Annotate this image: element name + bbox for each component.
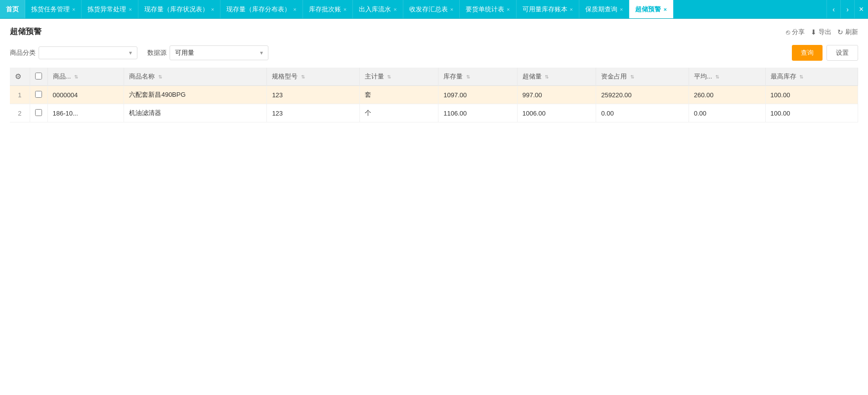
share-icon: ⎋ (786, 28, 790, 36)
th-checkbox[interactable] (30, 68, 47, 86)
nav-next-button[interactable]: › (840, 0, 854, 18)
nav-arrows: ‹ › × (826, 0, 868, 18)
th-capital-label: 资金占用 (601, 73, 627, 80)
row-spec-0: 123 (267, 86, 359, 104)
row-checkbox-cell-0[interactable] (30, 86, 47, 104)
nav-prev-button[interactable]: ‹ (826, 0, 840, 18)
nav-tab-3[interactable]: 现存量（库存分布表） × (220, 0, 303, 18)
nav-tab-2[interactable]: 现存量（库存状况表） × (138, 0, 220, 18)
table-row: 2 186-10... 机油滤清器 123 个 1106.00 1006.00 … (10, 104, 858, 122)
page-header: 超储预警 ⎋ 分享 ⬇ 导出 ↻ 刷新 (10, 27, 858, 37)
nav-tab-label-6: 收发存汇总表 (409, 5, 448, 14)
datasource-filter-group: 数据源 可用量 ▾ (147, 45, 268, 60)
row-product-name-0: 六配套新昌490BPG (124, 86, 267, 104)
gear-icon[interactable]: ⚙ (15, 72, 21, 80)
category-select[interactable]: ▾ (39, 46, 137, 59)
th-product-code[interactable]: 商品... ⇅ (47, 68, 124, 86)
sort-icon-overstock: ⇅ (545, 74, 549, 79)
nav-home[interactable]: 首页 (0, 0, 25, 18)
nav-tab-close-5[interactable]: × (393, 6, 396, 12)
row-stock-1: 1106.00 (438, 104, 518, 122)
nav-tab-close-4[interactable]: × (344, 6, 347, 12)
nav-tab-close-1[interactable]: × (129, 6, 131, 12)
row-product-code-1: 186-10... (47, 104, 124, 122)
row-checkbox-1[interactable] (35, 109, 42, 116)
nav-tab-close-7[interactable]: × (507, 6, 510, 12)
nav-tab-label-3: 现存量（库存分布表） (226, 5, 291, 14)
nav-tab-label-2: 现存量（库存状况表） (144, 5, 209, 14)
table-row: 1 0000004 六配套新昌490BPG 123 套 1097.00 997.… (10, 86, 858, 104)
sort-icon-capital: ⇅ (630, 74, 634, 79)
nav-tab-close-2[interactable]: × (211, 6, 214, 12)
th-capital[interactable]: 资金占用 ⇅ (596, 68, 689, 86)
th-overstock[interactable]: 超储量 ⇅ (517, 68, 596, 86)
nav-tab-1[interactable]: 拣货异常处理 × (82, 0, 138, 18)
th-spec-label: 规格型号 (272, 73, 298, 80)
nav-tab-4[interactable]: 库存批次账 × (303, 0, 353, 18)
row-avg-1: 0.00 (689, 104, 765, 122)
th-avg[interactable]: 平均... ⇅ (689, 68, 765, 86)
refresh-button[interactable]: ↻ 刷新 (837, 28, 858, 37)
nav-tab-close-10[interactable]: × (663, 6, 666, 12)
sort-icon-max-stock: ⇅ (799, 74, 803, 79)
nav-close-all-button[interactable]: × (854, 0, 868, 18)
th-max-stock-label: 最高库存 (771, 73, 796, 80)
nav-tab-label-1: 拣货异常处理 (87, 5, 126, 14)
nav-tab-close-6[interactable]: × (450, 6, 453, 12)
nav-tab-10[interactable]: 超储预警 × (629, 0, 673, 18)
nav-tab-9[interactable]: 保质期查询 × (579, 0, 629, 18)
datasource-filter-label: 数据源 (147, 48, 167, 57)
nav-tab-label-5: 出入库流水 (359, 5, 391, 14)
th-unit[interactable]: 主计量 ⇅ (359, 68, 438, 86)
row-avg-0: 260.00 (689, 86, 765, 104)
th-unit-label: 主计量 (365, 73, 384, 80)
th-product-name[interactable]: 商品名称 ⇅ (124, 68, 267, 86)
row-unit-1: 个 (359, 104, 438, 122)
nav-home-label: 首页 (6, 5, 19, 14)
query-button[interactable]: 查询 (792, 45, 823, 61)
row-product-code-0: 0000004 (47, 86, 124, 104)
nav-tab-label-10: 超储预警 (635, 5, 661, 14)
nav-tab-close-8[interactable]: × (570, 6, 573, 12)
sort-icon-stock: ⇅ (466, 74, 470, 79)
nav-tab-8[interactable]: 可用量库存账本 × (517, 0, 579, 18)
share-button[interactable]: ⎋ 分享 (786, 28, 805, 37)
row-checkbox-0[interactable] (35, 91, 42, 98)
nav-tab-5[interactable]: 出入库流水 × (353, 0, 403, 18)
row-max-stock-1: 100.00 (765, 104, 858, 122)
row-unit-0: 套 (359, 86, 438, 104)
export-button[interactable]: ⬇ 导出 (811, 28, 831, 37)
th-settings[interactable]: ⚙ (10, 68, 30, 86)
select-all-checkbox[interactable] (35, 73, 42, 79)
row-capital-1: 0.00 (596, 104, 689, 122)
nav-tab-close-9[interactable]: × (620, 6, 623, 12)
th-overstock-label: 超储量 (522, 73, 542, 80)
sort-icon-product-code: ⇅ (74, 74, 78, 79)
datasource-select[interactable]: 可用量 ▾ (170, 45, 268, 60)
table-header-row: ⚙ 商品... ⇅ 商品名称 ⇅ 规格型号 ⇅ 主计量 (10, 68, 858, 86)
filter-row: 商品分类 ▾ 数据源 可用量 ▾ 查询 设置 (10, 45, 858, 61)
settings-button[interactable]: 设置 (826, 45, 858, 61)
nav-tab-label-8: 可用量库存账本 (522, 5, 567, 14)
row-checkbox-cell-1[interactable] (30, 104, 47, 122)
th-spec[interactable]: 规格型号 ⇅ (267, 68, 359, 86)
nav-tab-close-3[interactable]: × (293, 6, 296, 12)
nav-tab-close-0[interactable]: × (72, 6, 75, 12)
table-body: 1 0000004 六配套新昌490BPG 123 套 1097.00 997.… (10, 86, 858, 122)
share-label: 分享 (792, 28, 805, 37)
th-avg-label: 平均... (694, 73, 712, 80)
th-stock[interactable]: 库存量 ⇅ (438, 68, 518, 86)
th-stock-label: 库存量 (443, 73, 463, 80)
nav-tab-0[interactable]: 拣货任务管理 × (25, 0, 82, 18)
row-capital-0: 259220.00 (596, 86, 689, 104)
nav-tab-7[interactable]: 要货单统计表 × (460, 0, 516, 18)
export-label: 导出 (819, 28, 831, 37)
top-nav: 首页 拣货任务管理 × 拣货异常处理 × 现存量（库存状况表） × 现存量（库存… (0, 0, 868, 19)
nav-tab-6[interactable]: 收发存汇总表 × (403, 0, 460, 18)
sort-icon-avg: ⇅ (715, 74, 719, 79)
export-icon: ⬇ (811, 28, 817, 36)
row-num-0: 1 (10, 86, 30, 104)
th-max-stock[interactable]: 最高库存 ⇅ (765, 68, 858, 86)
datasource-select-value: 可用量 (175, 48, 194, 57)
refresh-icon: ↻ (837, 28, 843, 36)
